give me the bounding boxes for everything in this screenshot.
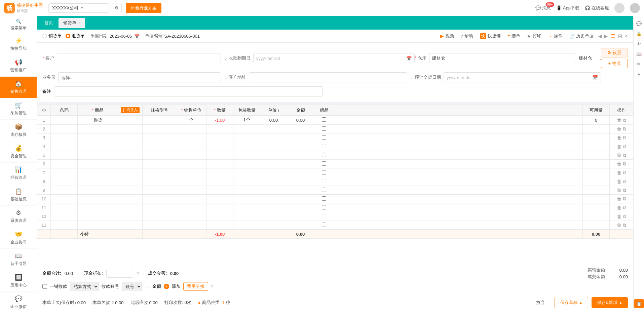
notes-input[interactable]: [54, 86, 323, 96]
pick-button[interactable]: ≡ 选单: [505, 32, 522, 40]
operation-button[interactable]: ⋮ 操作: [546, 32, 565, 40]
copy-icon[interactable]: ⧉: [623, 135, 626, 141]
cash-discount-input[interactable]: [106, 269, 133, 278]
close-button[interactable]: ×: [625, 33, 628, 39]
nav-next-icon[interactable]: ▶: [604, 34, 608, 39]
expense-help-icon[interactable]: ?: [211, 284, 213, 289]
copy-icon[interactable]: ⧉: [623, 126, 626, 132]
copy-icon[interactable]: ⧉: [623, 170, 626, 176]
message-button[interactable]: 💬 消息 99+: [535, 5, 551, 11]
copy-icon[interactable]: ⧉: [623, 222, 626, 228]
customer-addr-input[interactable]: [249, 72, 407, 82]
customer-input[interactable]: [57, 53, 221, 63]
copy-icon[interactable]: ⧉: [623, 144, 626, 149]
copy-icon[interactable]: ⧉: [623, 196, 626, 202]
delete-icon[interactable]: 🗑: [617, 153, 621, 158]
salesperson-input[interactable]: [58, 72, 221, 82]
tab-home[interactable]: 首页: [40, 18, 58, 28]
sidebar-item-ops[interactable]: 📊 经营管理: [0, 163, 37, 184]
quick-pay-checkbox[interactable]: [42, 284, 47, 289]
copy-icon[interactable]: ⧉: [623, 161, 626, 167]
online-service-button[interactable]: 🎧 在线客服: [585, 5, 609, 11]
copy-icon[interactable]: ⧉: [623, 187, 626, 193]
copy-icon[interactable]: ⧉: [623, 117, 626, 123]
sidebar-item-purchase[interactable]: 🛒 采购管理: [0, 98, 37, 120]
account-select[interactable]: 账号: [122, 282, 142, 291]
warehouse-dots[interactable]: ...: [597, 56, 601, 61]
delete-icon[interactable]: 🗑: [617, 144, 621, 149]
tab-close-icon[interactable]: ×: [78, 21, 80, 25]
sidebar-search[interactable]: 🔍 搜索菜单: [0, 16, 37, 34]
sidebar-item-enterprise[interactable]: 🤝 企业协同: [0, 227, 37, 249]
right-panel-eye[interactable]: 👁: [634, 39, 644, 48]
list-view-icon[interactable]: ☰: [610, 33, 615, 39]
expense-button[interactable]: 费用分摊: [183, 282, 208, 291]
sidebar-item-system[interactable]: ⚙ 系统管理: [0, 206, 37, 227]
radio-return[interactable]: 退货单: [66, 33, 85, 39]
sidebar-item-quick-nav[interactable]: ⚡ 快捷导航: [0, 34, 37, 55]
question-icon[interactable]: ?: [137, 271, 139, 276]
trial-button[interactable]: 体验行业方案: [126, 3, 161, 13]
sidebar-item-sales[interactable]: 🏠 销售管理: [0, 77, 37, 98]
sidebar-item-guide[interactable]: 📖 新手引导: [0, 249, 37, 270]
copy-icon[interactable]: ⧉: [623, 152, 626, 158]
settings-button[interactable]: ⚙ 设置: [601, 48, 628, 57]
account-dots[interactable]: ...: [146, 284, 150, 289]
delete-icon[interactable]: 🗑: [617, 214, 621, 219]
table-container[interactable]: ⚙ 条码 * 商品 扫码录入 规格型号: [37, 105, 633, 264]
warehouse-input[interactable]: [429, 53, 576, 63]
save-new-button[interactable]: 保存&新增 ▲: [592, 297, 628, 308]
customer-dots[interactable]: ...: [225, 56, 229, 61]
sidebar-item-inventory[interactable]: 📦 库存核算: [0, 120, 37, 141]
right-panel-lock[interactable]: 🔒: [634, 29, 644, 38]
shortcut-button[interactable]: 快 快捷键: [478, 32, 503, 40]
print-button[interactable]: 🖨 打印: [525, 32, 543, 40]
discard-button[interactable]: 放弃: [530, 297, 551, 308]
delete-icon[interactable]: 🗑: [617, 126, 621, 132]
calendar-icon[interactable]: 📅: [134, 34, 140, 39]
copy-icon[interactable]: ⧉: [623, 179, 626, 184]
copy-icon[interactable]: ⧉: [623, 205, 626, 210]
right-panel-book[interactable]: 📖: [634, 49, 644, 59]
delete-icon[interactable]: 🗑: [617, 161, 621, 167]
right-panel-pen[interactable]: ✏: [634, 59, 644, 69]
avatar-2[interactable]: [630, 3, 640, 13]
delete-icon[interactable]: 🗑: [617, 196, 621, 202]
tab-sale-order[interactable]: 销货单 ×: [59, 18, 85, 28]
sidebar-item-basic[interactable]: 📋 基础信息: [0, 184, 37, 206]
save-draft-button[interactable]: 保存草稿 ▲: [555, 297, 589, 308]
scan-button[interactable]: 扫码录入: [121, 107, 140, 113]
delete-icon[interactable]: 🗑: [617, 170, 621, 176]
payment-method-select[interactable]: 结算方式: [70, 282, 99, 291]
right-panel-chat[interactable]: 💬: [634, 19, 644, 28]
avatar[interactable]: [614, 3, 624, 13]
add-payment-button[interactable]: +: [164, 284, 169, 289]
addr-dots[interactable]: ...: [411, 75, 415, 80]
copy-icon[interactable]: ⧉: [623, 213, 626, 219]
company-selector[interactable]: XXXXXX公司 ▼: [48, 3, 109, 13]
grid-view-icon[interactable]: ⊞: [618, 33, 622, 39]
logistics-button[interactable]: + 物流: [601, 59, 628, 68]
video-button[interactable]: ▶ 视频: [438, 32, 456, 40]
radio-sale[interactable]: 销货单: [42, 33, 62, 39]
right-panel-func[interactable]: 📋: [634, 299, 644, 308]
delete-icon[interactable]: 🗑: [617, 179, 621, 184]
history-button[interactable]: 📄 历史单据: [567, 32, 596, 40]
question-icon-debit[interactable]: ?: [111, 300, 114, 305]
right-panel-star[interactable]: ★: [634, 69, 644, 79]
config-icon[interactable]: ⚙: [42, 108, 46, 113]
sidebar-item-app-center[interactable]: 🔲 应用中心: [0, 270, 37, 292]
delete-icon[interactable]: 🗑: [617, 223, 621, 228]
help-button[interactable]: ? 帮助: [459, 32, 475, 40]
app-download-button[interactable]: 📱 App下载: [556, 5, 579, 11]
gear-button[interactable]: ⚙: [112, 3, 122, 13]
delivery-date-input[interactable]: yyyy-mm-dd 📅: [444, 72, 601, 82]
nav-prev-icon[interactable]: ◀: [598, 34, 602, 39]
salesperson-dots[interactable]: ...: [225, 75, 229, 80]
sidebar-item-wechat[interactable]: 💬 企业微信: [0, 292, 37, 311]
delete-icon[interactable]: 🗑: [617, 135, 621, 141]
delete-icon[interactable]: 🗑: [617, 205, 621, 210]
payment-due-input[interactable]: yyyy-mm-dd 📅: [253, 53, 415, 63]
delete-icon[interactable]: 🗑: [617, 117, 621, 123]
delete-icon[interactable]: 🗑: [617, 188, 621, 193]
